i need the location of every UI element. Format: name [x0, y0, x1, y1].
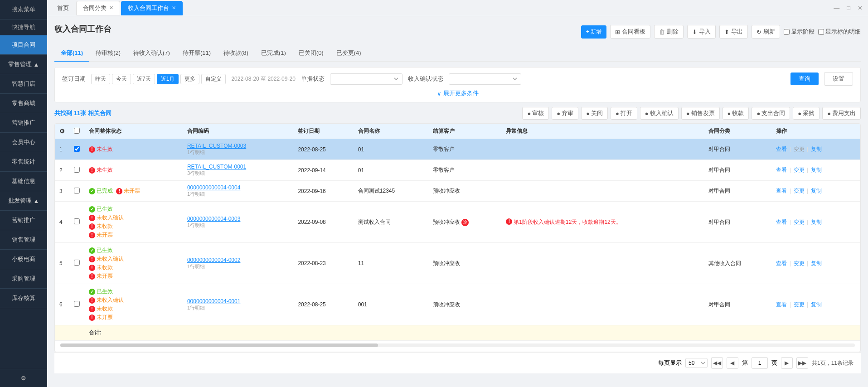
row-checkbox[interactable] — [74, 146, 80, 152]
date-btn-1month[interactable]: 近1月 — [157, 74, 179, 84]
copy-btn-5[interactable]: 复制 — [811, 260, 822, 266]
status-tab-pending-review[interactable]: 待审核(2) — [89, 45, 127, 62]
sales-invoice-btn[interactable]: ● 销售发票 — [681, 107, 720, 120]
change-btn-3[interactable]: 变更 — [794, 188, 805, 194]
show-phase-toggle[interactable]: 显示阶段 — [784, 28, 815, 36]
sidebar-settings[interactable]: ⚙ — [0, 369, 47, 387]
contract-link[interactable]: RETAIL_CUSTOM-0003 — [187, 143, 246, 149]
open-contract-btn[interactable]: ● 打开 — [611, 107, 637, 120]
contract-link[interactable]: RETAIL_CUSTOM-0001 — [187, 164, 246, 170]
change-btn-6[interactable]: 变更 — [794, 301, 805, 308]
sidebar-search[interactable]: 搜索菜单 — [0, 0, 47, 19]
view-btn-6[interactable]: 查看 — [776, 301, 787, 308]
income-confirm-btn[interactable]: ● 收入确认 — [640, 107, 679, 120]
view-btn-2[interactable]: 查看 — [776, 167, 787, 173]
sidebar-quick-nav[interactable]: 快捷导航 — [0, 19, 47, 35]
abandon-review-btn[interactable]: ● 弃审 — [552, 107, 578, 120]
row-checkbox[interactable] — [74, 260, 80, 266]
sidebar-item-purchase[interactable]: 采购管理 — [0, 269, 47, 289]
change-btn-4[interactable]: 变更 — [794, 219, 805, 225]
status-tab-all[interactable]: 全部(11) — [54, 45, 89, 62]
sidebar-item-wholesale[interactable]: 批发管理▲ — [0, 191, 47, 211]
copy-btn-4[interactable]: 复制 — [811, 219, 822, 225]
view-btn-1[interactable]: 查看 — [776, 146, 787, 152]
change-btn-2[interactable]: 变更 — [794, 167, 805, 173]
date-btn-yesterday[interactable]: 昨天 — [91, 74, 110, 84]
date-btn-custom[interactable]: 自定义 — [201, 74, 226, 84]
expense-contract-btn[interactable]: ● 支出合同 — [752, 107, 790, 120]
new-btn[interactable]: + 新增 — [581, 25, 606, 39]
change-btn-1[interactable]: 变更 — [794, 146, 805, 152]
tab-close-income-contract[interactable]: ✕ — [172, 5, 176, 11]
sidebar-item-basic-info[interactable]: 基础信息 — [0, 172, 47, 191]
date-btn-7days[interactable]: 近7天 — [133, 74, 155, 84]
tab-close-contract-category[interactable]: ✕ — [109, 5, 113, 11]
sidebar-item-marketing2[interactable]: 营销推广 — [0, 211, 47, 230]
sidebar-item-ecommerce[interactable]: 小畅电商 — [0, 250, 47, 269]
prev-page-btn[interactable]: ◀ — [727, 357, 738, 369]
payment-btn[interactable]: ● 收款 — [723, 107, 749, 120]
setting-btn[interactable]: 设置 — [824, 72, 853, 86]
copy-btn-1[interactable]: 复制 — [811, 146, 822, 152]
last-page-btn[interactable]: ▶▶ — [796, 357, 808, 369]
select-all-checkbox[interactable] — [74, 128, 80, 134]
import-btn[interactable]: ⬇ 导入 — [687, 25, 716, 39]
sidebar-item-retail-mall[interactable]: 零售商城 — [0, 94, 47, 113]
status-tab-completed[interactable]: 已完成(1) — [255, 45, 292, 62]
row-checkbox[interactable] — [74, 167, 80, 173]
scrollbar-thumb[interactable] — [60, 343, 378, 347]
view-btn-4[interactable]: 查看 — [776, 219, 787, 225]
export-btn[interactable]: ⬆ 导出 — [719, 25, 748, 39]
income-confirm-select[interactable] — [449, 73, 521, 85]
copy-btn-2[interactable]: 复制 — [811, 167, 822, 173]
expense-btn[interactable]: ● 费用支出 — [822, 107, 861, 120]
close-btn[interactable]: ✕ — [856, 5, 864, 11]
contract-link[interactable]: 0000000000004-0003 — [187, 216, 240, 222]
view-btn-5[interactable]: 查看 — [776, 260, 787, 266]
refresh-btn[interactable]: ↻ 刷新 — [752, 25, 780, 39]
status-tab-pending-invoice[interactable]: 待开票(11) — [176, 45, 217, 62]
doc-status-select[interactable] — [330, 73, 402, 85]
copy-btn-6[interactable]: 复制 — [811, 301, 822, 308]
first-page-btn[interactable]: ◀◀ — [711, 357, 723, 369]
kanban-btn[interactable]: ⊞ 合同看板 — [610, 25, 650, 39]
row-checkbox[interactable] — [74, 301, 80, 307]
row-checkbox[interactable] — [74, 188, 80, 194]
settings-col-icon[interactable]: ⚙ — [59, 128, 65, 135]
tab-contract-category[interactable]: 合同分类 ✕ — [76, 1, 120, 15]
per-page-select[interactable]: 50 100 — [685, 358, 708, 368]
sidebar-item-project-contract[interactable]: 项目合同 — [0, 35, 47, 55]
contract-link[interactable]: 0000000000004-0001 — [187, 298, 240, 305]
purchase-btn[interactable]: ● 采购 — [793, 107, 820, 120]
page-input[interactable] — [752, 357, 768, 369]
tab-home[interactable]: 首页 — [51, 1, 75, 15]
maximize-btn[interactable]: □ — [845, 5, 852, 11]
expand-filter-btn[interactable]: ∨ 展开更多条件 — [437, 89, 479, 97]
sidebar-item-retail-stats[interactable]: 零售统计 — [0, 152, 47, 172]
change-btn-5[interactable]: 变更 — [794, 260, 805, 266]
status-tab-changed[interactable]: 已变更(4) — [330, 45, 368, 62]
horizontal-scrollbar[interactable] — [60, 343, 855, 347]
query-btn[interactable]: 查询 — [790, 73, 819, 85]
status-tab-closed[interactable]: 已关闭(0) — [292, 45, 330, 62]
close-contract-btn[interactable]: ● 关闭 — [581, 107, 608, 120]
status-tab-pending-confirm[interactable]: 待收入确认(7) — [127, 45, 176, 62]
delete-btn[interactable]: 🗑 删除 — [654, 25, 684, 39]
show-detail-toggle[interactable]: 显示标的明细 — [818, 28, 861, 36]
date-btn-more[interactable]: 更多 — [180, 74, 199, 84]
row-checkbox[interactable] — [74, 218, 80, 224]
contract-link[interactable]: 0000000000004-0004 — [187, 184, 240, 191]
show-detail-checkbox[interactable] — [818, 29, 824, 35]
sidebar-item-member[interactable]: 会员中心 — [0, 133, 47, 152]
sidebar-item-sales-mgmt[interactable]: 销售管理 — [0, 230, 47, 250]
view-btn-3[interactable]: 查看 — [776, 188, 787, 194]
contract-link[interactable]: 0000000000004-0002 — [187, 257, 240, 263]
sidebar-item-retail-mgmt[interactable]: 零售管理▲ — [0, 55, 47, 74]
sidebar-item-marketing1[interactable]: 营销推广 — [0, 113, 47, 133]
sidebar-item-smart-store[interactable]: 智慧门店 — [0, 74, 47, 94]
minimize-btn[interactable]: — — [832, 5, 841, 11]
show-phase-checkbox[interactable] — [784, 29, 790, 35]
next-page-btn[interactable]: ▶ — [781, 357, 793, 369]
status-tab-pending-payment[interactable]: 待收款(8) — [217, 45, 255, 62]
tab-income-contract[interactable]: 收入合同工作台 ✕ — [121, 1, 183, 15]
